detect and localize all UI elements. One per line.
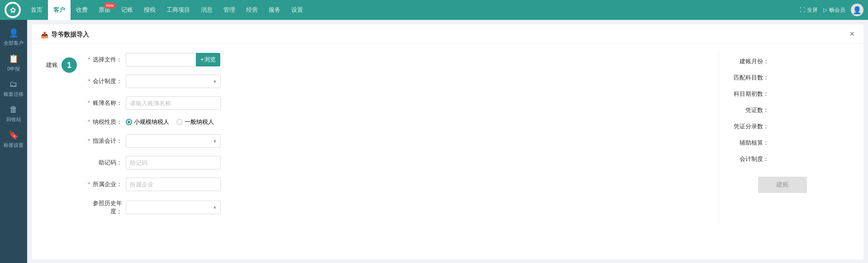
close-button[interactable]: ×: [849, 30, 854, 38]
info-label-2: 科目期初数：: [728, 90, 769, 98]
tax-small-radio[interactable]: 小规模纳税人: [126, 118, 169, 126]
avatar[interactable]: 👤: [851, 4, 863, 16]
sidebar: 👤 全部客户 📋 0申报 🗂 账套迁移 🗑 回收站 🔖 标签设置: [0, 20, 27, 263]
main-content: 📤 导爷数据导入 × 建账 1 * 选择文件：: [27, 20, 868, 263]
nav-operation-label: 经营: [246, 6, 258, 14]
nav-message[interactable]: 消息: [195, 0, 218, 20]
tax-general-dot: [176, 119, 183, 125]
vip-btn[interactable]: ▷ 畅会员: [823, 6, 845, 14]
all-clients-icon: 👤: [9, 28, 19, 38]
assign-accountant-row: * 指派会计： ▼: [86, 134, 701, 148]
nav-bookkeeping-label: 记账: [121, 6, 133, 14]
tax-small-label: 小规模纳税人: [134, 118, 169, 126]
file-label: * 选择文件：: [86, 56, 122, 64]
affiliated-company-input[interactable]: [126, 178, 221, 191]
required-star-ledger: *: [88, 99, 90, 106]
fullscreen-btn[interactable]: ⛶ 全屏: [800, 6, 818, 14]
required-star-file: *: [88, 56, 90, 63]
info-row-1: 匹配科目数：: [728, 74, 836, 82]
affiliated-company-label: * 所属企业：: [86, 180, 122, 188]
dialog-title: 导爷数据导入: [51, 31, 89, 39]
all-clients-label: 全部客户: [4, 40, 24, 47]
nav-tax[interactable]: 报税: [138, 0, 161, 20]
ledger-name-label: * 账簿名称：: [86, 99, 122, 107]
step-label: 建账: [46, 61, 58, 69]
nav-message-label: 消息: [201, 6, 213, 14]
file-input[interactable]: [126, 53, 196, 66]
tax-general-radio[interactable]: 一般纳税人: [176, 118, 214, 126]
nav-bookkeeping[interactable]: 记账: [116, 0, 138, 20]
top-navigation: ✿ 首页 客户 收费 票据 new 记账 报税 工商项目 消息 管理: [0, 0, 868, 20]
create-account-button[interactable]: 建账: [758, 177, 807, 193]
tax-type-row: * 纳税性质： 小规模纳税人 一般纳税人: [86, 118, 701, 126]
memo-code-label-text: 助记码：: [99, 159, 122, 166]
step-circle: 1: [62, 57, 77, 73]
tags-icon: 🔖: [9, 130, 19, 140]
nav-manage[interactable]: 管理: [218, 0, 241, 20]
sidebar-item-tags[interactable]: 🔖 标签设置: [0, 127, 27, 152]
recycle-icon: 🗑: [9, 105, 18, 114]
logo[interactable]: ✿: [5, 2, 21, 18]
migrate-label: 账套迁移: [4, 91, 24, 98]
info-row-3: 凭证数：: [728, 106, 836, 114]
info-label-4: 凭证分录数：: [728, 122, 769, 131]
info-row-2: 科目期初数：: [728, 90, 836, 98]
nav-home-label: 首页: [31, 6, 43, 14]
nav-settings[interactable]: 设置: [286, 0, 308, 20]
history-year-row: 参照历史年度： ▼: [86, 199, 701, 216]
nav-business[interactable]: 工商项目: [161, 0, 195, 20]
nav-fee-label: 收费: [76, 6, 88, 14]
tags-label: 标签设置: [4, 142, 24, 149]
affiliated-company-label-text: 所属企业：: [93, 181, 122, 188]
left-form: * 选择文件： +浏览 * 会计制度：: [86, 53, 719, 224]
history-year-label-text: 参照历史年度：: [93, 200, 122, 215]
sidebar-item-recycle[interactable]: 🗑 回收站: [0, 101, 27, 127]
recycle-label: 回收站: [6, 116, 21, 123]
sidebar-item-declare[interactable]: 📋 0申报: [0, 50, 27, 76]
nav-manage-label: 管理: [223, 6, 235, 14]
accounting-system-select[interactable]: [126, 75, 221, 88]
nav-items: 首页 客户 收费 票据 new 记账 报税 工商项目 消息 管理 经营: [25, 0, 800, 20]
form-container: 建账 1 * 选择文件： +浏览: [32, 44, 863, 233]
required-star-system: *: [88, 78, 90, 85]
assign-accountant-select-wrapper: ▼: [126, 134, 221, 148]
ledger-name-label-text: 账簿名称：: [93, 99, 122, 106]
sidebar-item-all-clients[interactable]: 👤 全部客户: [0, 24, 27, 50]
user-icon: 👤: [853, 6, 862, 14]
sidebar-item-migrate[interactable]: 🗂 账套迁移: [0, 76, 27, 101]
browse-button[interactable]: +浏览: [196, 53, 220, 66]
accounting-system-row: * 会计制度： ▼: [86, 75, 701, 88]
nav-invoice[interactable]: 票据 new: [93, 0, 116, 20]
info-label-5: 辅助核算：: [728, 139, 769, 147]
fullscreen-label: 全屏: [807, 6, 818, 14]
nav-fee[interactable]: 收费: [71, 0, 93, 20]
info-label-0: 建账月份：: [728, 57, 769, 66]
declare-icon: 📋: [9, 54, 19, 64]
ledger-name-input[interactable]: [126, 96, 221, 110]
nav-operation[interactable]: 经营: [241, 0, 263, 20]
assign-accountant-select[interactable]: [126, 134, 221, 148]
nav-client[interactable]: 客户: [48, 0, 71, 20]
required-star-accountant: *: [88, 137, 90, 144]
vip-label: 畅会员: [829, 6, 845, 14]
dialog-header: 📤 导爷数据导入: [32, 24, 863, 44]
info-label-6: 会计制度：: [728, 155, 769, 163]
nav-service[interactable]: 服务: [263, 0, 286, 20]
nav-settings-label: 设置: [291, 6, 303, 14]
nav-invoice-badge: new: [104, 3, 115, 9]
info-label-1: 匹配科目数：: [728, 74, 769, 82]
declare-label: 0申报: [7, 66, 20, 72]
history-year-select[interactable]: [126, 201, 221, 214]
nav-home[interactable]: 首页: [25, 0, 48, 20]
nav-service-label: 服务: [269, 6, 280, 14]
required-star-tax: *: [88, 118, 90, 125]
accounting-system-label: * 会计制度：: [86, 77, 122, 85]
memo-code-input[interactable]: [126, 156, 221, 169]
play-icon: ▷: [823, 7, 827, 13]
tax-type-radio-group: 小规模纳税人 一般纳税人: [126, 118, 214, 126]
nav-right: ⛶ 全屏 ▷ 畅会员 👤: [800, 4, 863, 16]
btn-row: 建账: [728, 172, 836, 193]
accounting-system-select-wrapper: ▼: [126, 75, 221, 88]
required-star-company: *: [88, 181, 90, 188]
info-row-0: 建账月份：: [728, 57, 836, 66]
